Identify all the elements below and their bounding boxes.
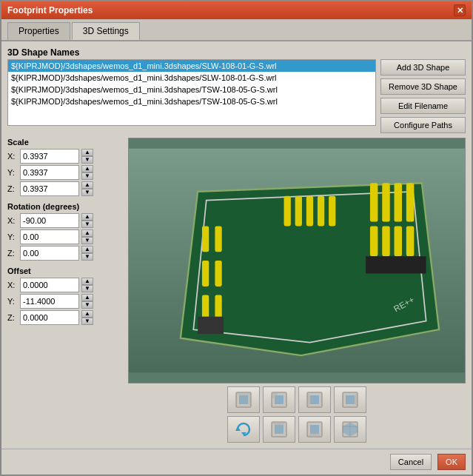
shape-item-1[interactable]: ${KIPRJMOD}/3dshapes/wemos_d1_mini.3dsha… (8, 72, 375, 84)
svg-rect-12 (406, 183, 414, 221)
svg-rect-19 (284, 196, 291, 227)
controls-panel: Scale X: ▲ ▼ Y: ▲ ▼ (7, 138, 122, 443)
rot-z-input[interactable] (20, 246, 79, 261)
shape-item-2[interactable]: ${KIPRJMOD}/3dshapes/wemos_d1_mini.3dsha… (8, 84, 375, 95)
shape-item-0[interactable]: ${KIPRJMOD}/3dshapes/wemos_d1_mini.3dsha… (8, 60, 375, 72)
off-y-spinner: ▲ ▼ (81, 294, 93, 309)
scale-x-row: X: ▲ ▼ (7, 149, 122, 164)
scale-x-spinner: ▲ ▼ (81, 149, 93, 164)
nav-row-2 (128, 416, 466, 443)
title-bar: Footprint Properties ✕ (1, 1, 472, 19)
rot-y-up[interactable]: ▲ (81, 229, 93, 237)
edit-filename-button[interactable]: Edit Filename (380, 98, 466, 114)
svg-rect-15 (395, 226, 402, 256)
view-front-button[interactable] (227, 386, 260, 413)
off-x-down[interactable]: ▼ (81, 285, 93, 292)
window-title: Footprint Properties (7, 5, 93, 16)
svg-rect-11 (395, 183, 402, 221)
off-x-input[interactable] (20, 278, 79, 292)
cancel-button[interactable]: Cancel (390, 454, 432, 470)
off-y-row: Y: ▲ ▼ (7, 294, 122, 309)
nav-row-1 (128, 386, 466, 413)
view-right-button[interactable] (334, 386, 366, 413)
scale-y-up[interactable]: ▲ (81, 165, 93, 172)
scale-z-label: Z: (7, 184, 18, 193)
scale-z-up[interactable]: ▲ (81, 181, 93, 189)
off-x-up[interactable]: ▲ (81, 278, 93, 285)
view-bottom-button[interactable] (298, 416, 331, 443)
rot-y-label: Y: (7, 232, 18, 241)
scale-x-input[interactable] (20, 149, 79, 164)
view-rotate-button[interactable] (227, 416, 260, 443)
off-z-spinner: ▲ ▼ (81, 310, 93, 325)
rot-y-input[interactable] (20, 229, 79, 244)
middle-section: Scale X: ▲ ▼ Y: ▲ ▼ (7, 138, 466, 443)
rotation-group: Rotation (degrees) X: ▲ ▼ Y: ▲ (7, 202, 122, 262)
scale-x-label: X: (7, 152, 18, 161)
svg-rect-4 (202, 261, 209, 286)
rot-z-spinner: ▲ ▼ (81, 246, 93, 261)
off-y-label: Y: (7, 297, 18, 306)
off-y-down[interactable]: ▼ (81, 301, 93, 309)
bottom-bar: Cancel OK (1, 449, 472, 475)
scale-y-spinner: ▲ ▼ (81, 165, 93, 180)
rot-z-down[interactable]: ▼ (81, 253, 93, 261)
scale-z-row: Z: ▲ ▼ (7, 181, 122, 196)
close-button[interactable]: ✕ (454, 4, 466, 16)
off-z-up[interactable]: ▲ (81, 310, 93, 318)
view-left-button[interactable] (298, 386, 331, 413)
shapes-section: 3D Shape Names ${KIPRJMOD}/3dshapes/wemo… (7, 47, 466, 133)
ok-button[interactable]: OK (437, 454, 466, 470)
scale-y-label: Y: (7, 168, 18, 177)
view-back-button[interactable] (263, 386, 295, 413)
view-iso-button[interactable] (334, 416, 366, 443)
remove-3d-shape-button[interactable]: Remove 3D Shape (380, 78, 466, 95)
rot-x-down[interactable]: ▼ (81, 221, 93, 228)
scale-z-spinner: ▲ ▼ (81, 181, 93, 196)
off-z-row: Z: ▲ ▼ (7, 310, 122, 325)
off-x-label: X: (7, 281, 18, 289)
scale-y-input[interactable] (20, 165, 79, 180)
rot-x-input[interactable] (20, 213, 79, 228)
off-z-down[interactable]: ▼ (81, 318, 93, 325)
shape-item-3[interactable]: ${KIPRJMOD}/3dshapes/wemos_d1_mini.3dsha… (8, 95, 375, 107)
off-x-row: X: ▲ ▼ (7, 278, 122, 292)
shapes-list[interactable]: ${KIPRJMOD}/3dshapes/wemos_d1_mini.3dsha… (7, 59, 376, 126)
configure-paths-button[interactable]: Configure Paths (380, 117, 466, 133)
svg-rect-9 (370, 183, 378, 221)
scale-z-down[interactable]: ▼ (81, 189, 93, 196)
svg-rect-16 (406, 226, 414, 256)
rot-y-row: Y: ▲ ▼ (7, 229, 122, 244)
svg-rect-20 (295, 196, 302, 227)
rot-x-up[interactable]: ▲ (81, 213, 93, 221)
scale-y-down[interactable]: ▼ (81, 172, 93, 180)
rot-x-row: X: ▲ ▼ (7, 213, 122, 228)
rot-x-label: X: (7, 216, 18, 225)
svg-rect-6 (215, 226, 221, 252)
scale-x-down[interactable]: ▼ (81, 156, 93, 164)
rot-x-spinner: ▲ ▼ (81, 213, 93, 228)
shapes-buttons: Add 3D Shape Remove 3D Shape Edit Filena… (380, 59, 466, 133)
rotation-label: Rotation (degrees) (7, 202, 122, 211)
rot-z-label: Z: (7, 249, 18, 258)
svg-rect-22 (318, 196, 324, 227)
tab-properties[interactable]: Properties (7, 22, 70, 40)
shapes-section-label: 3D Shape Names (7, 47, 466, 58)
svg-rect-18 (198, 317, 224, 334)
off-y-up[interactable]: ▲ (81, 294, 93, 301)
scale-label: Scale (7, 138, 122, 147)
svg-rect-13 (370, 226, 378, 256)
rot-z-up[interactable]: ▲ (81, 246, 93, 253)
off-x-spinner: ▲ ▼ (81, 278, 93, 292)
svg-rect-14 (382, 226, 389, 256)
rot-y-down[interactable]: ▼ (81, 237, 93, 244)
3d-viewport[interactable]: RE++ (128, 138, 466, 383)
add-3d-shape-button[interactable]: Add 3D Shape (380, 59, 466, 76)
scale-z-input[interactable] (20, 181, 79, 196)
view-top-button[interactable] (263, 416, 295, 443)
tab-3d-settings[interactable]: 3D Settings (72, 22, 140, 40)
scale-x-up[interactable]: ▲ (81, 149, 93, 156)
off-y-input[interactable] (20, 294, 79, 309)
off-z-input[interactable] (20, 310, 79, 325)
off-z-label: Z: (7, 313, 18, 322)
